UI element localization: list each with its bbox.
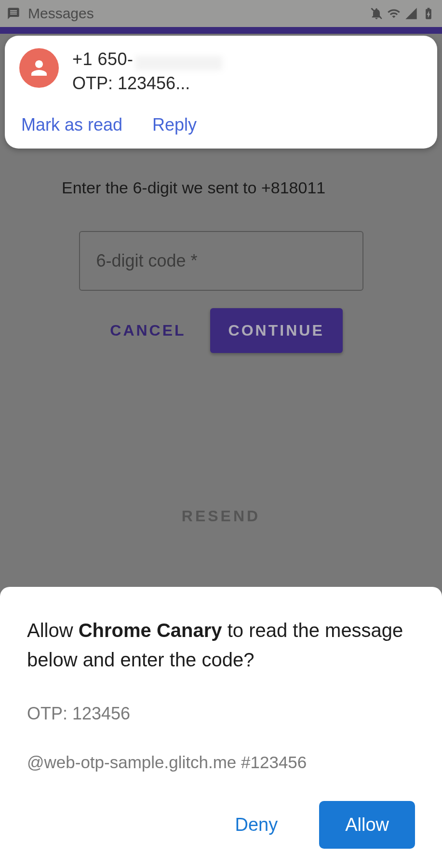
resend-button[interactable]: RESEND [0, 507, 442, 525]
otp-preview-line: OTP: 123456 [27, 704, 415, 724]
sender-number-redacted [135, 56, 222, 70]
status-bar-right [370, 7, 435, 20]
cancel-button[interactable]: CANCEL [99, 311, 196, 350]
dnd-icon [370, 7, 383, 20]
allow-button[interactable]: Allow [319, 801, 415, 849]
notification-body: +1 650- OTP: 123456... [72, 48, 423, 94]
webotp-permission-sheet: Allow Chrome Canary to read the message … [0, 587, 442, 868]
form-button-row: CANCEL CONTINUE [0, 308, 442, 353]
status-bar-left: Messages [7, 5, 94, 22]
prompt-app-name: Chrome Canary [79, 620, 222, 641]
status-bar: Messages [0, 0, 442, 27]
contact-avatar [19, 48, 59, 88]
signal-icon [404, 7, 418, 20]
permission-prompt-title: Allow Chrome Canary to read the message … [27, 616, 415, 675]
app-accent-bar [0, 27, 442, 34]
notification-preview: OTP: 123456... [72, 73, 423, 94]
reply-button[interactable]: Reply [152, 115, 197, 135]
deny-button[interactable]: Deny [221, 805, 291, 845]
sms-notification[interactable]: +1 650- OTP: 123456... Mark as read Repl… [5, 36, 437, 149]
continue-button[interactable]: CONTINUE [210, 308, 343, 353]
status-bar-app-label: Messages [28, 5, 94, 22]
origin-line: @web-otp-sample.glitch.me #123456 [27, 753, 415, 772]
notification-sender-line: +1 650- [72, 49, 423, 70]
instruction-text: Enter the 6-digit we sent to +818011 [0, 178, 442, 197]
messages-app-icon [7, 7, 20, 20]
wifi-icon [387, 7, 401, 20]
sender-number: +1 650- [72, 49, 134, 69]
battery-icon [422, 7, 435, 20]
permission-actions: Deny Allow [27, 801, 415, 849]
mark-as-read-button[interactable]: Mark as read [21, 115, 122, 135]
prompt-prefix: Allow [27, 620, 79, 641]
otp-code-input[interactable] [79, 231, 363, 291]
person-icon [27, 56, 51, 80]
notification-actions: Mark as read Reply [19, 115, 423, 135]
